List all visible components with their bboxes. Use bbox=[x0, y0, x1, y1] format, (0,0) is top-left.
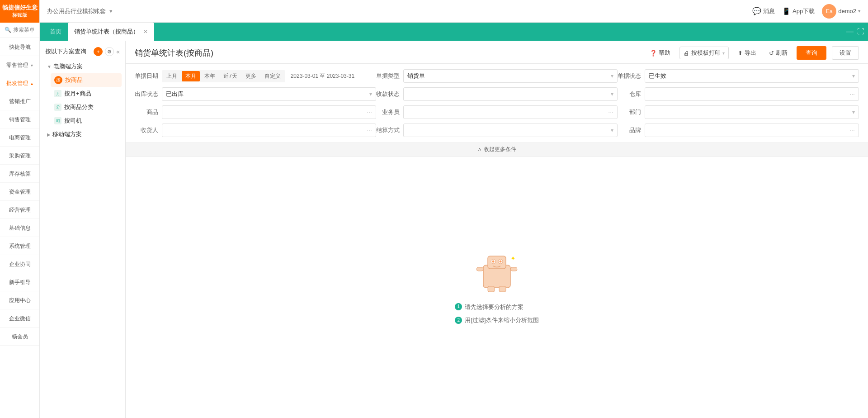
sidebar-item-sales[interactable]: 销售管理 bbox=[0, 110, 39, 128]
svg-rect-8 bbox=[488, 286, 495, 292]
goods-ellipsis-icon[interactable]: ··· bbox=[367, 109, 372, 116]
date-tab-this-month[interactable]: 本月 bbox=[182, 71, 200, 81]
date-tab-last-month[interactable]: 上月 bbox=[163, 71, 181, 81]
dept-arrow-icon[interactable]: ▾ bbox=[852, 109, 855, 115]
filter-group-payment: 收款状态 ▾ bbox=[376, 87, 618, 101]
date-tab-7days[interactable]: 近7天 bbox=[220, 71, 241, 81]
settlement-arrow-icon[interactable]: ▾ bbox=[611, 127, 613, 133]
avatar-text: Ea bbox=[826, 8, 833, 14]
doc-type-arrow-icon[interactable]: ▾ bbox=[611, 73, 613, 79]
sidebar-item-wholesale[interactable]: 批发管理 ▴ bbox=[0, 74, 39, 92]
app-icon: 📱 bbox=[782, 7, 791, 15]
help-btn[interactable]: ❓ 帮助 bbox=[646, 47, 674, 59]
brand-control[interactable]: ··· bbox=[645, 124, 859, 137]
main-area: 办公用品行业模拟账套 ▾ 💬 消息 📱 App下载 Ea demo2 ▾ 首 bbox=[40, 0, 868, 418]
user-label: demo2 bbox=[838, 8, 856, 14]
tree-child-by-month-goods[interactable]: 月 按月+商品 bbox=[51, 87, 122, 100]
receiver-ellipsis-icon[interactable]: ··· bbox=[367, 127, 372, 134]
filter-group-brand: 品牌 ··· bbox=[618, 124, 859, 137]
delivery-control[interactable]: 已出库 ▾ bbox=[162, 87, 376, 101]
export-btn[interactable]: ⬆ 导出 bbox=[734, 47, 760, 59]
page-title: 销货单统计表(按商品) bbox=[135, 48, 213, 58]
tab-minimize-icon[interactable]: — bbox=[846, 28, 854, 36]
avatar: Ea bbox=[822, 4, 836, 19]
add-scheme-btn[interactable]: + bbox=[94, 47, 103, 56]
print-label: 按模板打印 bbox=[691, 49, 721, 57]
dept-control[interactable]: ▾ bbox=[645, 105, 859, 119]
top-header: 办公用品行业模拟账套 ▾ 💬 消息 📱 App下载 Ea demo2 ▾ bbox=[40, 0, 868, 23]
empty-illustration: ✦ bbox=[474, 249, 519, 294]
filter-group-doc-status: 单据状态 已生效 ▾ bbox=[618, 69, 859, 83]
payment-arrow-icon[interactable]: ▾ bbox=[611, 91, 613, 97]
settings-btn[interactable]: 设置 bbox=[832, 46, 859, 60]
settlement-control[interactable]: ▾ bbox=[403, 124, 618, 137]
warehouse-control[interactable]: ··· bbox=[645, 87, 859, 101]
refresh-btn[interactable]: ↺ 刷新 bbox=[765, 47, 791, 59]
receiver-control[interactable]: ··· bbox=[162, 124, 376, 137]
collapse-panel-btn[interactable]: « bbox=[116, 48, 120, 55]
settings-scheme-btn[interactable]: ⚙ bbox=[105, 47, 114, 56]
main-content: 销货单统计表(按商品) ❓ 帮助 🖨 按模板打印 ▾ ⬆ 导出 bbox=[126, 41, 868, 418]
tab-maximize-icon[interactable]: ⛶ bbox=[857, 28, 864, 36]
doc-status-label: 单据状态 bbox=[618, 72, 645, 80]
sidebar-item-enterprise-wechat[interactable]: 企业微信 bbox=[0, 309, 39, 328]
sidebar-item-app-center[interactable]: 应用中心 bbox=[0, 291, 39, 309]
message-btn[interactable]: 💬 消息 bbox=[752, 7, 775, 15]
doc-type-control[interactable]: 销货单 ▾ bbox=[403, 69, 618, 83]
app-download-label: App下载 bbox=[793, 7, 815, 15]
settlement-label: 结算方式 bbox=[376, 126, 403, 134]
doc-status-control[interactable]: 已生效 ▾ bbox=[645, 69, 859, 83]
tree-child-by-category[interactable]: 分 按商品分类 bbox=[51, 100, 122, 114]
help-icon: ❓ bbox=[650, 50, 657, 57]
sidebar-item-purchase[interactable]: 采购管理 bbox=[0, 147, 39, 165]
sidebar-item-ecommerce[interactable]: 电商管理 bbox=[0, 128, 39, 147]
print-btn[interactable]: 🖨 按模板打印 ▾ bbox=[679, 47, 729, 59]
filter-group-salesman: 业务员 ··· bbox=[376, 105, 618, 119]
payment-control[interactable]: ▾ bbox=[403, 87, 618, 101]
collapse-filter-bar[interactable]: ∧ 收起更多条件 bbox=[126, 143, 868, 157]
sidebar-item-enterprise[interactable]: 企业协同 bbox=[0, 255, 39, 273]
tree-section-desktop[interactable]: ▼ 电脑端方案 bbox=[43, 60, 122, 73]
sidebar-item-retail[interactable]: 零售管理 ▾ bbox=[0, 56, 39, 74]
tab-sales-stat[interactable]: 销货单统计表（按商品） ✕ bbox=[68, 23, 154, 41]
tree-child-by-goods[interactable]: 按 按商品 bbox=[51, 73, 122, 87]
sidebar-item-marketing[interactable]: 营销推广 bbox=[0, 92, 39, 110]
date-range-text: 2023-03-01 至 2023-03-31 bbox=[291, 72, 354, 80]
warehouse-ellipsis-icon[interactable]: ··· bbox=[849, 90, 855, 98]
sidebar-item-guide[interactable]: 新手引导 bbox=[0, 273, 39, 291]
app-download-btn[interactable]: 📱 App下载 bbox=[782, 7, 815, 15]
sidebar-item-inventory[interactable]: 库存核算 bbox=[0, 165, 39, 183]
goods-control[interactable]: ··· bbox=[162, 105, 376, 119]
sidebar-item-quick-nav[interactable]: 快捷导航 bbox=[0, 38, 39, 56]
date-tab-more[interactable]: 更多 bbox=[242, 71, 260, 81]
sidebar-item-finance[interactable]: 资金管理 bbox=[0, 183, 39, 201]
tab-home-label: 首页 bbox=[50, 28, 61, 36]
brand-ellipsis-icon[interactable]: ··· bbox=[849, 127, 855, 134]
delivery-arrow-icon[interactable]: ▾ bbox=[369, 91, 372, 97]
sidebar-item-base-info[interactable]: 基础信息 bbox=[0, 219, 39, 237]
svg-rect-6 bbox=[476, 267, 483, 271]
tab-close-btn[interactable]: ✕ bbox=[143, 28, 148, 35]
query-btn[interactable]: 查询 bbox=[797, 46, 826, 60]
sidebar-item-system[interactable]: 系统管理 bbox=[0, 237, 39, 255]
user-menu-btn[interactable]: Ea demo2 ▾ bbox=[822, 4, 861, 19]
by-goods-icon: 按 bbox=[54, 76, 62, 84]
tab-home[interactable]: 首页 bbox=[43, 23, 68, 41]
tree-child-by-driver[interactable]: 司 按司机 bbox=[51, 114, 122, 128]
by-driver-icon: 司 bbox=[54, 117, 61, 124]
sidebar-item-operations[interactable]: 经营管理 bbox=[0, 201, 39, 219]
workspace-selector[interactable]: 办公用品行业模拟账套 ▾ bbox=[47, 7, 113, 15]
filter-group-dept: 部门 ▾ bbox=[618, 105, 859, 119]
date-tab-this-year[interactable]: 本年 bbox=[201, 71, 219, 81]
workspace-label: 办公用品行业模拟账套 bbox=[47, 7, 106, 15]
by-month-goods-label: 按月+商品 bbox=[64, 90, 91, 98]
salesman-control[interactable]: ··· bbox=[403, 105, 618, 119]
tree-desktop-label: 电脑端方案 bbox=[53, 62, 83, 71]
sidebar-item-membership[interactable]: 畅会员 bbox=[0, 328, 39, 346]
salesman-ellipsis-icon[interactable]: ··· bbox=[608, 109, 613, 116]
svg-text:✦: ✦ bbox=[510, 255, 516, 262]
sidebar-search[interactable]: 🔍 搜索菜单 bbox=[0, 23, 39, 38]
tree-section-mobile[interactable]: ▶ 移动端方案 bbox=[43, 128, 122, 141]
date-tab-custom[interactable]: 自定义 bbox=[261, 71, 284, 81]
doc-status-arrow-icon[interactable]: ▾ bbox=[852, 73, 855, 79]
